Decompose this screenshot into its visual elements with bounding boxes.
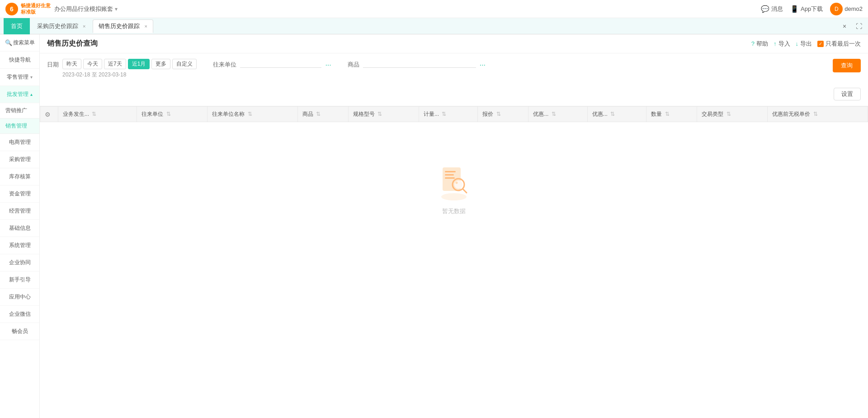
sidebar-item-inventory[interactable]: 库存核算 <box>0 168 39 185</box>
sidebar-system-label: 系统管理 <box>9 242 31 249</box>
sidebar-item-guide[interactable]: 新手引导 <box>0 271 39 289</box>
sidebar-quick-label: 快捷导航 <box>9 56 31 64</box>
gear-icon[interactable]: ⚙ <box>45 111 51 118</box>
sidebar-item-wechat[interactable]: 企业微信 <box>0 306 39 323</box>
chevron-up-icon: ▴ <box>30 92 33 97</box>
partner-filter-group: 往来单位 ... <box>213 59 331 69</box>
date-btn-more[interactable]: 更多 <box>151 59 170 69</box>
sort-arrows-unit[interactable]: ⇅ <box>442 111 446 117</box>
sidebar-item-wholesale[interactable]: 批发管理 ▴ <box>0 86 39 103</box>
sort-arrows-spec[interactable]: ⇅ <box>377 111 382 117</box>
help-button[interactable]: ? 帮助 <box>751 40 768 48</box>
sidebar-item-purchase[interactable]: 采购管理 <box>0 151 39 168</box>
tab-sales-label: 销售历史价跟踪 <box>99 22 140 30</box>
sidebar-item-member[interactable]: 畅会员 <box>0 323 39 340</box>
header-right: 💬 消息 📱 App下载 D demo2 <box>761 3 863 15</box>
sort-arrows-partner-code[interactable]: ⇅ <box>166 111 171 117</box>
svg-rect-4 <box>445 177 455 179</box>
sidebar-wechat-label: 企业微信 <box>9 310 31 318</box>
partner-dots-button[interactable]: ... <box>325 59 331 67</box>
th-quote-label: 报价 <box>482 111 493 117</box>
tab-bar-close-icon: × <box>843 23 846 30</box>
th-transaction: 交易类型 ⇅ <box>697 107 768 122</box>
sort-arrows-transaction[interactable]: ⇅ <box>726 111 731 117</box>
product-input[interactable] <box>363 59 476 68</box>
sidebar-item-apps[interactable]: 应用中心 <box>0 289 39 306</box>
only-last-checkbox[interactable]: ✓ <box>817 41 824 47</box>
sort-arrows-business-date[interactable]: ⇅ <box>92 111 96 117</box>
th-pretax: 优惠前无税单价 ⇅ <box>768 107 868 122</box>
date-filter-group: 日期 昨天 今天 近7天 近1月 更多 自定义 2023-02-18 至 202… <box>47 59 197 79</box>
only-last-checkbox-area[interactable]: ✓ 只看最后一次 <box>817 40 861 48</box>
table-header: ⚙ 业务发生... ⇅ 往来单位 ⇅ 往来单位名称 ⇅ <box>40 107 868 122</box>
sort-arrows-quantity[interactable]: ⇅ <box>665 111 670 117</box>
sidebar-item-ecommerce[interactable]: 电商管理 <box>0 134 39 151</box>
product-dots-button[interactable]: ... <box>480 59 486 67</box>
th-transaction-label: 交易类型 <box>702 111 723 117</box>
svg-rect-3 <box>445 174 454 176</box>
sidebar-subitem-sales[interactable]: 销售管理 <box>0 119 39 134</box>
sidebar-wholesale-label: 批发管理 <box>7 90 28 98</box>
sidebar-item-system[interactable]: 系统管理 <box>0 237 39 254</box>
export-button[interactable]: ↓ 导出 <box>796 40 812 48</box>
sort-arrows-discount1[interactable]: ⇅ <box>552 111 556 117</box>
table-area: ⚙ 业务发生... ⇅ 往来单位 ⇅ 往来单位名称 ⇅ <box>40 106 868 418</box>
tab-close-button[interactable]: × <box>839 21 850 32</box>
tab-home[interactable]: 首页 <box>4 18 30 34</box>
th-partner-name-label: 往来单位名称 <box>212 111 245 117</box>
page-title: 销售历史价查询 <box>47 39 98 48</box>
date-btn-custom[interactable]: 自定义 <box>172 59 197 69</box>
sidebar-subitem-marketing[interactable]: 营销推广 <box>0 103 39 119</box>
message-button[interactable]: 💬 消息 <box>761 5 783 13</box>
sort-arrows-product[interactable]: ⇅ <box>316 111 321 117</box>
tab-purchase[interactable]: 采购历史价跟踪 × <box>32 19 91 33</box>
export-label: 导出 <box>800 40 812 48</box>
page-header-actions: ? 帮助 ↑ 导入 ↓ 导出 ✓ 只看最后一次 <box>751 40 861 48</box>
filter-bar: 日期 昨天 今天 近7天 近1月 更多 自定义 2023-02-18 至 202… <box>40 53 868 106</box>
th-discount2: 优惠... ⇅ <box>587 107 646 122</box>
th-quantity-label: 数量 <box>651 111 662 117</box>
logo-icon: 6 <box>5 3 18 15</box>
tab-sales-close[interactable]: × <box>144 24 147 29</box>
th-partner-code: 往来单位 ⇅ <box>137 107 208 122</box>
sort-arrows-partner-name[interactable]: ⇅ <box>248 111 252 117</box>
sort-arrows-discount2[interactable]: ⇅ <box>610 111 615 117</box>
sidebar-apps-label: 应用中心 <box>9 293 31 301</box>
tab-home-label: 首页 <box>11 22 23 30</box>
sidebar-guide-label: 新手引导 <box>9 276 31 284</box>
partner-input[interactable] <box>240 59 321 68</box>
user-area[interactable]: D demo2 <box>830 3 863 15</box>
sidebar-item-retail[interactable]: 零售管理 ▾ <box>0 69 39 86</box>
date-btn-1month[interactable]: 近1月 <box>128 59 150 69</box>
app-title: 办公用品行业模拟账套 <box>54 5 113 13</box>
sidebar-item-enterprise[interactable]: 企业协同 <box>0 254 39 271</box>
export-icon: ↓ <box>796 40 799 47</box>
tab-sales[interactable]: 销售历史价跟踪 × <box>93 19 153 33</box>
sidebar-item-search[interactable]: 🔍 搜索菜单 <box>0 34 39 52</box>
date-btn-today[interactable]: 今天 <box>83 59 102 69</box>
import-button[interactable]: ↑ 导入 <box>774 40 790 48</box>
sidebar-item-quick[interactable]: 快捷导航 <box>0 52 39 69</box>
query-button[interactable]: 查询 <box>833 59 861 72</box>
page-header: 销售历史价查询 ? 帮助 ↑ 导入 ↓ 导出 ✓ 只看最后一次 <box>40 34 868 53</box>
date-btn-7days[interactable]: 近7天 <box>104 59 126 69</box>
app-title-area[interactable]: 办公用品行业模拟账套 ▾ <box>54 5 118 13</box>
product-filter-group: 商品 ... <box>348 59 486 69</box>
sidebar-item-finance[interactable]: 资金管理 <box>0 185 39 203</box>
th-spec-label: 规格型号 <box>353 111 375 117</box>
sidebar-item-basic[interactable]: 基础信息 <box>0 220 39 237</box>
date-btn-yesterday[interactable]: 昨天 <box>62 59 81 69</box>
tab-purchase-close[interactable]: × <box>83 24 85 29</box>
svg-point-6 <box>454 180 462 189</box>
settings-button[interactable]: 设置 <box>834 88 861 100</box>
sort-arrows-quote[interactable]: ⇅ <box>496 111 501 117</box>
tab-bar: 首页 采购历史价跟踪 × 销售历史价跟踪 × × ⛶ <box>0 18 868 34</box>
tab-expand-button[interactable]: ⛶ <box>854 21 864 32</box>
help-label: 帮助 <box>756 40 768 48</box>
sidebar-finance-label: 资金管理 <box>9 190 31 198</box>
th-discount2-label: 优惠... <box>592 111 608 117</box>
app-download-button[interactable]: 📱 App下载 <box>790 5 823 13</box>
sidebar-item-management[interactable]: 经营管理 <box>0 203 39 220</box>
sort-arrows-pretax[interactable]: ⇅ <box>813 111 818 117</box>
sidebar-purchase-label: 采购管理 <box>9 156 31 163</box>
